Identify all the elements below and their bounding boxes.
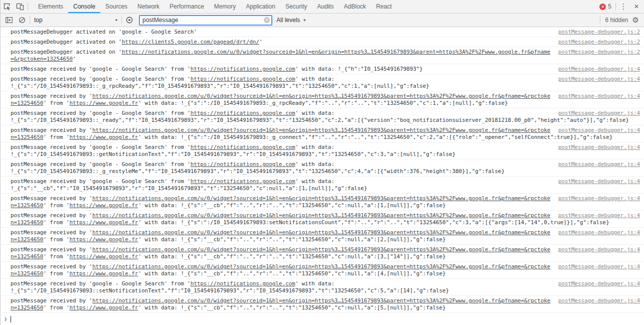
kebab-menu-icon[interactable]: ⋮: [617, 0, 630, 13]
clear-console-icon[interactable]: [16, 14, 29, 27]
console-messages: postMessage-debugger.js:2postMessageDebu…: [1, 27, 644, 313]
tab-performance[interactable]: Performance: [165, 0, 209, 13]
console-area: postMessage-debugger.js:2postMessageDebu…: [1, 27, 644, 325]
message-url-link[interactable]: https://www.google.fr: [69, 202, 138, 209]
console-prompt-row[interactable]: ❯: [1, 313, 644, 324]
devtools-tabbar: ElementsConsoleSourcesNetworkPerformance…: [1, 0, 644, 14]
console-message: postMessage-debugger.js:4postMessage rec…: [1, 211, 644, 228]
inspect-element-icon[interactable]: [1, 0, 14, 13]
message-url-link[interactable]: https://www.google.fr: [69, 304, 138, 311]
divider: [600, 16, 600, 24]
source-location-link[interactable]: postMessage-debugger.js:4: [558, 110, 640, 117]
console-message: postMessage-debugger.js:2postMessageDebu…: [1, 37, 644, 47]
chevron-down-icon: ▼: [114, 18, 118, 23]
console-message: postMessage-debugger.js:4postMessage rec…: [1, 296, 644, 313]
source-location-link[interactable]: postMessage-debugger.js:4: [558, 246, 640, 253]
console-message: postMessage-debugger.js:4postMessage rec…: [1, 159, 644, 177]
log-levels-value: All levels: [276, 17, 300, 24]
message-url-link[interactable]: https://www.google.fr: [69, 236, 138, 243]
message-url-link[interactable]: https://notifications.google.com/u/0/wid…: [11, 49, 550, 62]
tab-sources[interactable]: Sources: [100, 0, 132, 13]
message-url-link[interactable]: https://notifications.google.com: [191, 110, 295, 116]
tab-adblock[interactable]: AdBlock: [339, 0, 371, 13]
source-location-link[interactable]: postMessage-debugger.js:4: [558, 195, 640, 202]
console-message: postMessage-debugger.js:4postMessage rec…: [1, 228, 644, 245]
source-location-link[interactable]: postMessage-debugger.js:2: [558, 39, 640, 46]
console-message: postMessage-debugger.js:4postMessage rec…: [1, 194, 644, 211]
source-location-link[interactable]: postMessage-debugger.js:4: [558, 212, 640, 219]
console-message: postMessage-debugger.js:4postMessage rec…: [1, 245, 644, 262]
filter-field: ✕: [139, 15, 272, 26]
console-message: postMessage-debugger.js:2postMessageDebu…: [1, 27, 644, 37]
console-message: postMessage-debugger.js:4postMessage rec…: [1, 64, 644, 74]
console-sidebar-icon[interactable]: [3, 14, 16, 27]
live-expression-eye-icon[interactable]: [123, 14, 136, 27]
chevron-down-icon: ▼: [302, 18, 306, 23]
devtools-window: ElementsConsoleSourcesNetworkPerformance…: [0, 0, 644, 325]
filter-input[interactable]: [139, 15, 272, 26]
message-url-link[interactable]: https://clients5.google.com/pagead/drt/d…: [122, 39, 259, 45]
source-location-link[interactable]: postMessage-debugger.js:4: [558, 144, 640, 151]
source-location-link[interactable]: postMessage-debugger.js:4: [558, 76, 640, 83]
clear-filter-icon[interactable]: ✕: [264, 17, 270, 23]
source-location-link[interactable]: postMessage-debugger.js:4: [558, 280, 640, 287]
message-url-link[interactable]: https://www.google.fr: [69, 253, 138, 260]
source-location-link[interactable]: postMessage-debugger.js:4: [558, 297, 640, 304]
message-url-link[interactable]: https://notifications.google.com: [191, 76, 295, 82]
console-message: postMessage-debugger.js:2postMessageDebu…: [1, 47, 644, 64]
divider: [28, 3, 28, 11]
source-location-link[interactable]: postMessage-debugger.js:2: [558, 29, 640, 36]
message-url-link[interactable]: https://notifications.google.com: [191, 280, 295, 287]
source-location-link[interactable]: postMessage-debugger.js:4: [558, 229, 640, 236]
divider: [615, 3, 616, 11]
toolbar-right: 6 hidden ⚙: [599, 14, 642, 27]
console-message: postMessage-debugger.js:4postMessage rec…: [1, 108, 644, 125]
error-icon: ✕: [599, 4, 606, 10]
tab-strip: ElementsConsoleSourcesNetworkPerformance…: [33, 0, 397, 13]
text-caret: [11, 316, 11, 322]
tab-memory[interactable]: Memory: [209, 0, 241, 13]
message-url-link[interactable]: https://www.google.fr: [69, 134, 138, 140]
frame-context-select[interactable]: top ▼: [31, 16, 120, 25]
tab-application[interactable]: Application: [241, 0, 280, 13]
tab-audits[interactable]: Audits: [312, 0, 339, 13]
tab-react[interactable]: React: [371, 0, 397, 13]
console-toolbar: top ▼ ✕ All levels ▼ 6 hidden ⚙: [1, 14, 644, 27]
console-message: postMessage-debugger.js:4postMessage rec…: [1, 74, 644, 91]
message-url-link[interactable]: https://notifications.google.com: [191, 66, 295, 72]
close-icon[interactable]: ✕: [630, 0, 643, 13]
source-location-link[interactable]: postMessage-debugger.js:2: [558, 49, 640, 56]
console-message: postMessage-debugger.js:4postMessage rec…: [1, 125, 644, 142]
source-location-link[interactable]: postMessage-debugger.js:4: [558, 127, 640, 134]
console-message: postMessage-debugger.js:4postMessage rec…: [1, 262, 644, 279]
tab-elements[interactable]: Elements: [33, 0, 68, 13]
message-url-link[interactable]: https://www.google.fr: [69, 219, 138, 226]
source-location-link[interactable]: postMessage-debugger.js:4: [558, 161, 640, 168]
divider: [121, 16, 122, 24]
tab-network[interactable]: Network: [132, 0, 165, 13]
console-prompt-icon: ❯: [4, 315, 7, 322]
source-location-link[interactable]: postMessage-debugger.js:4: [558, 178, 640, 185]
message-url-link[interactable]: https://notifications.google.com: [191, 178, 295, 185]
console-settings-gear-icon[interactable]: ⚙: [632, 16, 642, 25]
frame-context-value: top: [34, 17, 43, 24]
error-count-badge[interactable]: ✕ 5: [596, 3, 614, 10]
error-count: 5: [608, 3, 611, 10]
message-url-link[interactable]: https://www.google.fr: [69, 100, 138, 106]
message-url-link[interactable]: https://notifications.google.com: [191, 161, 295, 168]
message-url-link[interactable]: https://www.google.fr: [69, 270, 138, 277]
tab-console[interactable]: Console: [68, 0, 100, 13]
log-levels-select[interactable]: All levels ▼: [272, 17, 310, 24]
device-toolbar-icon[interactable]: [14, 0, 27, 13]
divider: [30, 16, 30, 24]
source-location-link[interactable]: postMessage-debugger.js:4: [558, 66, 640, 73]
message-url-link[interactable]: https://notifications.google.com: [191, 144, 295, 150]
source-location-link[interactable]: postMessage-debugger.js:4: [558, 263, 640, 270]
console-message: postMessage-debugger.js:4postMessage rec…: [1, 142, 644, 159]
source-location-link[interactable]: postMessage-debugger.js:4: [558, 93, 640, 100]
hidden-count: 6 hidden: [601, 17, 632, 24]
tabbar-right: ✕ 5 ⋮ ✕: [596, 0, 644, 13]
console-message: postMessage-debugger.js:4postMessage rec…: [1, 279, 644, 296]
tab-security[interactable]: Security: [280, 0, 312, 13]
console-message: postMessage-debugger.js:4postMessage rec…: [1, 91, 644, 108]
